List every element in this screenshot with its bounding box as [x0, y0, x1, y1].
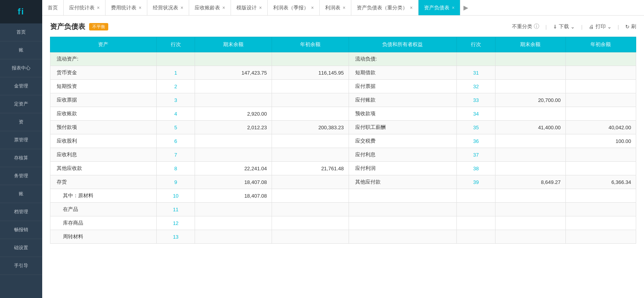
liability-begin-empty-4: [565, 230, 636, 244]
row-num-39: 39: [457, 175, 495, 189]
tab-business-close[interactable]: ×: [181, 5, 183, 11]
tab-profit-label: 利润表: [325, 4, 340, 11]
tab-profit-close[interactable]: ×: [343, 5, 345, 11]
page-actions: 不重分类 ⓘ | ⇓ 下载 ⌄ | 🖨 打印 ⌄ |: [512, 23, 636, 30]
liability-notes-payable: 应付票据: [349, 80, 457, 93]
tab-balance[interactable]: 资产负债表 ×: [419, 0, 460, 15]
asset-turnover-material-begin: [272, 230, 349, 244]
sidebar-item-archive[interactable]: 档管理: [0, 203, 42, 221]
asset-dividends-receivable-begin: [272, 134, 349, 148]
table-row: 其他应收款 8 22,241.04 21,761.48 应付利润 38: [50, 162, 636, 175]
unbalanced-badge: 不平衡: [89, 23, 108, 30]
report-table: 资产 行次 期末余额 年初余额 负债和所有者权益 行次 期末余额 年初余额 流动…: [50, 37, 636, 244]
asset-prepayments: 预付款项: [50, 121, 157, 134]
page-header: 资产负债表 不平衡 不重分类 ⓘ | ⇓ 下载 ⌄ |: [50, 22, 636, 31]
sidebar-item-tax[interactable]: 务管理: [0, 167, 42, 185]
tab-balance-reclassify[interactable]: 资产负债表（重分类） ×: [351, 0, 419, 15]
tab-receivable-age-close[interactable]: ×: [222, 5, 225, 11]
print-action[interactable]: 🖨 打印 ⌄: [589, 23, 612, 30]
table-header-row: 资产 行次 期末余额 年初余额 负债和所有者权益 行次 期末余额 年初余额: [50, 37, 636, 52]
liability-empty-2: [349, 203, 457, 216]
sidebar-item-invest[interactable]: 资: [0, 113, 42, 131]
tab-profit-quarter-close[interactable]: ×: [311, 5, 314, 11]
section-empty-2: [195, 52, 272, 66]
tab-profit-quarter[interactable]: 利润表（季报） ×: [268, 0, 320, 15]
asset-wip: 在产品: [50, 203, 157, 216]
row-num-31: 31: [457, 66, 495, 80]
liability-short-loan-begin: [565, 66, 636, 80]
tab-template-design-close[interactable]: ×: [259, 5, 262, 11]
liability-empty-3: [349, 216, 457, 230]
asset-notes-receivable-begin: [272, 93, 349, 107]
table-row: 存货 9 18,407.08 其他应付款 39 8,649.27 6,366.3…: [50, 175, 636, 189]
tab-template-design-label: 模版设计: [236, 4, 257, 11]
download-action[interactable]: ⇓ 下载 ⌄: [553, 23, 575, 30]
tab-receivable-age-label: 应收账龄表: [195, 4, 220, 11]
row-num-2: 2: [156, 80, 195, 93]
tab-template-design[interactable]: 模版设计 ×: [231, 0, 268, 15]
th-row-num-left: 行次: [156, 37, 195, 52]
asset-finished-goods-begin: [272, 216, 349, 230]
th-liability-equity: 负债和所有者权益: [349, 37, 457, 52]
tab-balance-reclassify-close[interactable]: ×: [410, 5, 413, 11]
row-num-11: 11: [156, 203, 195, 216]
table-row: 库存商品 12: [50, 216, 636, 230]
asset-raw-material-end: 18,407.08: [195, 189, 272, 203]
sidebar-item-settings[interactable]: 础设置: [0, 239, 42, 257]
asset-turnover-material: 周转材料: [50, 230, 157, 244]
tab-expense-stats-close[interactable]: ×: [139, 5, 141, 11]
sidebar-item-account[interactable]: 账: [0, 41, 42, 59]
asset-finished-goods: 库存商品: [50, 216, 157, 230]
liability-advance-receipts: 预收款项: [349, 107, 457, 121]
sidebar-item-home[interactable]: 首页: [0, 23, 42, 41]
print-chevron-icon: ⌄: [607, 24, 612, 30]
liability-end-empty-1: [495, 189, 565, 203]
sidebar-item-ticket[interactable]: 票管理: [0, 131, 42, 149]
liability-row-empty-4: [457, 230, 495, 244]
liability-accounts-payable-end: 20,700.00: [495, 93, 565, 107]
main-content: 首页 应付统计表 × 费用统计表 × 经营状况表 × 应收账龄表 × 模版设计 …: [42, 0, 644, 298]
sidebar-item-report[interactable]: 报表中心: [0, 59, 42, 77]
tab-payable-stats[interactable]: 应付统计表 ×: [64, 0, 106, 15]
tab-scroll-right[interactable]: ▶: [460, 0, 471, 15]
refresh-action[interactable]: ↻ 刷: [625, 23, 636, 30]
tab-receivable-age[interactable]: 应收账龄表 ×: [189, 0, 231, 15]
row-num-32: 32: [457, 80, 495, 93]
tab-balance-close[interactable]: ×: [452, 5, 454, 11]
asset-cash-begin: 116,145.95: [272, 66, 349, 80]
tab-balance-reclassify-label: 资产负债表（重分类）: [357, 4, 408, 11]
th-begin-balance-right: 年初余额: [565, 37, 636, 52]
asset-turnover-material-end: [195, 230, 272, 244]
sidebar-item-guide[interactable]: 手引导: [0, 257, 42, 275]
tab-home[interactable]: 首页: [42, 0, 64, 15]
table-row: 周转材料 13: [50, 230, 636, 244]
tab-payable-stats-close[interactable]: ×: [97, 5, 100, 11]
asset-short-invest: 短期投资: [50, 80, 157, 93]
asset-interest-receivable: 应收利息: [50, 148, 157, 162]
tab-bar: 首页 应付统计表 × 费用统计表 × 经营状况表 × 应收账龄表 × 模版设计 …: [42, 0, 644, 16]
section-empty-6: [565, 52, 636, 66]
asset-inventory-begin: [272, 175, 349, 189]
row-num-13: 13: [156, 230, 195, 244]
tab-business[interactable]: 经营状况表 ×: [147, 0, 189, 15]
section-current-liabilities-label: 流动负债:: [349, 52, 457, 66]
sidebar-item-expense[interactable]: 畅报销: [0, 221, 42, 239]
sidebar-item-book[interactable]: 账: [0, 185, 42, 203]
asset-other-receivable: 其他应收款: [50, 162, 157, 175]
liability-other-payable: 其他应付款: [349, 175, 457, 189]
help-icon[interactable]: ⓘ: [534, 23, 539, 30]
tab-profit[interactable]: 利润表 ×: [320, 0, 351, 15]
sidebar-item-asset[interactable]: 定资产: [0, 95, 42, 113]
sidebar-item-fund[interactable]: 金管理: [0, 77, 42, 95]
row-num-34: 34: [457, 107, 495, 121]
classify-action[interactable]: 不重分类 ⓘ: [512, 23, 539, 30]
asset-short-invest-begin: [272, 80, 349, 93]
asset-raw-material-begin: [272, 189, 349, 203]
section-empty-4: [457, 52, 495, 66]
sidebar-item-inventory[interactable]: 存核算: [0, 149, 42, 167]
tab-expense-stats[interactable]: 费用统计表 ×: [106, 0, 147, 15]
liability-profit-payable-end: [495, 162, 565, 175]
classify-label: 不重分类: [512, 23, 532, 30]
asset-raw-material: 其中：原材料: [50, 189, 157, 203]
asset-wip-end: [195, 203, 272, 216]
